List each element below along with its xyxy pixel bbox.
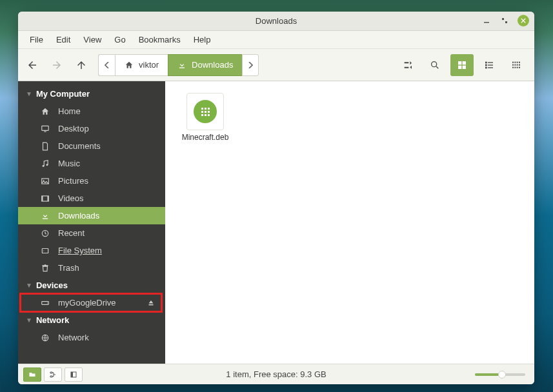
sidebar-item-pictures[interactable]: Pictures (18, 172, 165, 190)
breadcrumb: viktor Downloads (98, 54, 259, 76)
svg-point-29 (46, 164, 48, 166)
menu-file[interactable]: File (25, 32, 48, 47)
sidebar-item-label: Recent (58, 228, 85, 238)
svg-rect-25 (519, 66, 520, 68)
zoom-slider[interactable] (471, 373, 529, 376)
deb-package-icon (186, 93, 224, 130)
eject-button[interactable] (147, 299, 155, 307)
forward-button[interactable] (49, 57, 65, 73)
window-title: Downloads (256, 16, 297, 26)
svg-rect-10 (485, 64, 487, 66)
sidebar-section-computer[interactable]: ▼ My Computer (18, 85, 165, 103)
chevron-down-icon: ▼ (26, 90, 32, 97)
close-sidebar-button[interactable] (65, 368, 83, 382)
svg-rect-4 (458, 61, 461, 64)
menu-edit[interactable]: Edit (51, 32, 75, 47)
svg-rect-8 (485, 61, 487, 63)
sidebar-item-label: Music (58, 159, 80, 168)
sidebar-item-downloads[interactable]: Downloads (18, 207, 165, 224)
status-text: 1 item, Free space: 9.3 GB (226, 369, 326, 379)
statusbar: 1 item, Free space: 9.3 GB (18, 364, 534, 384)
file-item[interactable]: Minecraft.deb (174, 90, 236, 144)
sidebar-item-label: Desktop (58, 124, 89, 133)
monitor-icon (40, 124, 50, 133)
toolbar: viktor Downloads (18, 49, 534, 81)
breadcrumb-home[interactable]: viktor (115, 54, 168, 76)
breadcrumb-prev-button[interactable] (98, 54, 115, 76)
sidebar-item-recent[interactable]: Recent (18, 224, 165, 242)
sidebar-item-label: Home (58, 106, 81, 116)
menu-view[interactable]: View (78, 32, 106, 47)
sidebar-section-devices[interactable]: ▼ Devices (18, 277, 165, 294)
breadcrumb-next-button[interactable] (242, 54, 259, 76)
filesystem-icon (40, 246, 50, 255)
svg-point-37 (43, 250, 44, 251)
sidebar-item-network[interactable]: Network (18, 329, 165, 346)
menu-help[interactable]: Help (188, 32, 216, 47)
video-icon (40, 194, 50, 203)
sidebar-item-music[interactable]: Music (18, 155, 165, 172)
search-button[interactable] (423, 54, 447, 76)
sidebar-item-label: Videos (58, 193, 84, 203)
svg-rect-14 (512, 61, 514, 63)
sidebar-section-computer-label: My Computer (36, 89, 90, 99)
svg-rect-27 (44, 131, 46, 132)
titlebar[interactable]: Downloads (18, 12, 534, 31)
sidebar: ▼ My Computer Home Desktop Documents Mus… (18, 81, 165, 364)
menubar: File Edit View Go Bookmarks Help (18, 31, 534, 49)
svg-rect-12 (485, 66, 487, 68)
svg-rect-20 (517, 64, 518, 65)
network-icon (40, 333, 50, 342)
svg-rect-7 (463, 65, 466, 68)
svg-rect-22 (512, 66, 514, 68)
sidebar-item-desktop[interactable]: Desktop (18, 120, 165, 137)
menu-bookmarks[interactable]: Bookmarks (134, 32, 186, 47)
svg-rect-16 (517, 61, 518, 63)
picture-icon (40, 177, 50, 186)
svg-point-39 (47, 302, 48, 303)
sidebar-item-label: Pictures (58, 176, 88, 186)
svg-rect-23 (514, 66, 516, 68)
breadcrumb-current[interactable]: Downloads (168, 54, 242, 76)
sidebar-item-home[interactable]: Home (18, 103, 165, 120)
clock-icon (40, 229, 50, 238)
sidebar-item-trash[interactable]: Trash (18, 259, 165, 277)
back-button[interactable] (25, 57, 40, 73)
up-button[interactable] (74, 57, 89, 73)
svg-rect-17 (519, 61, 520, 63)
sidebar-item-gdrive[interactable]: myGoogleDrive (18, 294, 165, 311)
close-button[interactable] (518, 15, 529, 26)
sidebar-section-network[interactable]: ▼ Network (18, 311, 165, 329)
sidebar-item-documents[interactable]: Documents (18, 137, 165, 155)
show-treeview-button[interactable] (44, 368, 62, 382)
svg-point-28 (43, 165, 45, 167)
drive-icon (40, 299, 50, 308)
window-controls (481, 15, 529, 26)
file-view[interactable]: Minecraft.deb (165, 81, 534, 364)
minimize-button[interactable] (481, 15, 492, 26)
menu-go[interactable]: Go (109, 32, 130, 47)
svg-rect-34 (48, 195, 49, 201)
compact-view-button[interactable] (505, 54, 528, 76)
file-manager-window: Downloads File Edit View Go Bookmarks He… (18, 12, 534, 384)
sidebar-section-network-label: Network (36, 315, 69, 325)
sidebar-item-videos[interactable]: Videos (18, 190, 165, 207)
sidebar-item-filesystem[interactable]: File System (18, 242, 165, 259)
svg-rect-42 (71, 372, 73, 377)
list-view-button[interactable] (478, 54, 501, 76)
maximize-button[interactable] (499, 15, 510, 26)
sidebar-item-label: myGoogleDrive (58, 298, 116, 308)
show-places-button[interactable] (23, 368, 41, 382)
chevron-down-icon: ▼ (26, 317, 32, 324)
svg-rect-0 (484, 22, 489, 23)
download-icon (177, 61, 186, 70)
home-icon (40, 107, 50, 116)
file-label: Minecraft.deb (182, 133, 229, 142)
svg-rect-19 (514, 64, 516, 65)
sidebar-section-devices-label: Devices (36, 280, 68, 290)
svg-rect-15 (514, 61, 516, 63)
download-icon (40, 211, 50, 220)
icon-view-button[interactable] (450, 54, 474, 76)
toggle-location-button[interactable] (396, 54, 419, 76)
svg-rect-18 (512, 64, 514, 65)
